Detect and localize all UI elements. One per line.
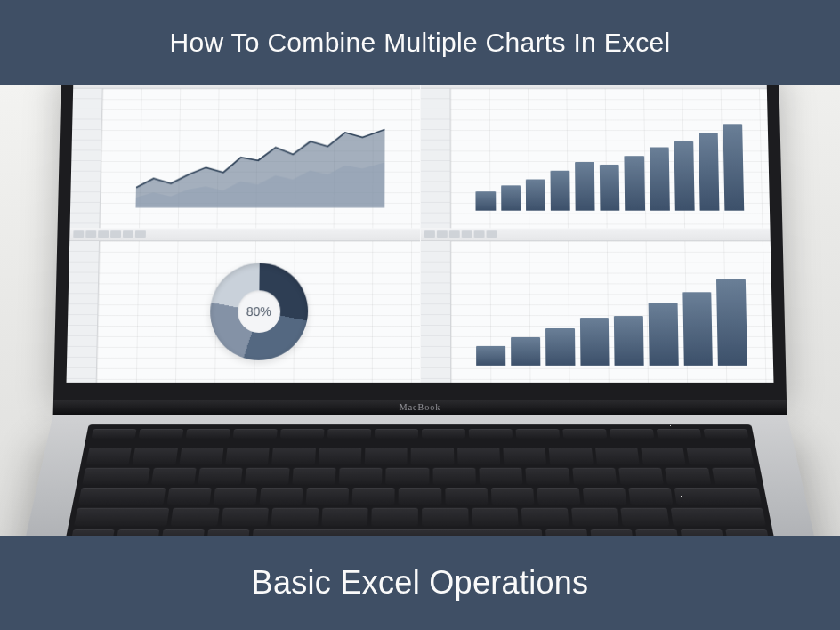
bar (575, 162, 595, 211)
bar (526, 179, 545, 211)
bar (550, 171, 569, 211)
spreadsheet-quadrant-4 (420, 229, 773, 383)
row-headers (70, 89, 103, 228)
spreadsheet-quadrant-1 (70, 85, 420, 228)
bar (699, 133, 720, 211)
doughnut-center-label: 80% (209, 262, 308, 359)
title-banner-top: How To Combine Multiple Charts In Excel (0, 0, 840, 85)
bar-chart-icon (476, 105, 745, 211)
bar (614, 316, 644, 366)
laptop-deck (19, 415, 822, 536)
row-headers (420, 241, 450, 383)
laptop-keyboard (63, 424, 778, 536)
doughnut-chart-icon: 80% (209, 262, 308, 359)
bar (600, 165, 620, 211)
bar (476, 191, 496, 210)
bar (477, 346, 506, 366)
hero-scene: 80% MacBook (0, 85, 840, 536)
bar (579, 318, 609, 365)
laptop-screen: 80% (67, 85, 774, 383)
chart-doughnut: 80% (97, 241, 420, 383)
chart-bar-1 (450, 89, 770, 228)
row-headers (420, 89, 450, 228)
area-chart-icon (135, 108, 384, 207)
chart-area-line (100, 89, 419, 228)
spreadsheet-quadrant-2 (420, 85, 770, 228)
bar (682, 292, 713, 366)
laptop: 80% MacBook (49, 85, 792, 536)
sheet-toolbar (420, 229, 770, 241)
row-headers (67, 241, 100, 383)
bar (723, 125, 744, 211)
bar (511, 337, 540, 366)
bar-chart-icon (476, 258, 747, 366)
title-banner-bottom: Basic Excel Operations (0, 536, 840, 630)
bar (649, 303, 679, 365)
spreadsheet-quadrant-3: 80% (67, 229, 420, 383)
bar (501, 185, 521, 211)
bar (674, 141, 694, 210)
sheet-toolbar (69, 229, 419, 241)
chart-bar-2 (450, 241, 773, 383)
bar (625, 156, 645, 211)
laptop-screen-bezel: 80% (53, 85, 787, 400)
bar (649, 148, 669, 211)
subtitle-text: Basic Excel Operations (252, 564, 589, 602)
bar (545, 328, 575, 365)
laptop-brand-label: MacBook (53, 400, 788, 415)
bar (716, 279, 747, 366)
title-text: How To Combine Multiple Charts In Excel (169, 28, 670, 58)
